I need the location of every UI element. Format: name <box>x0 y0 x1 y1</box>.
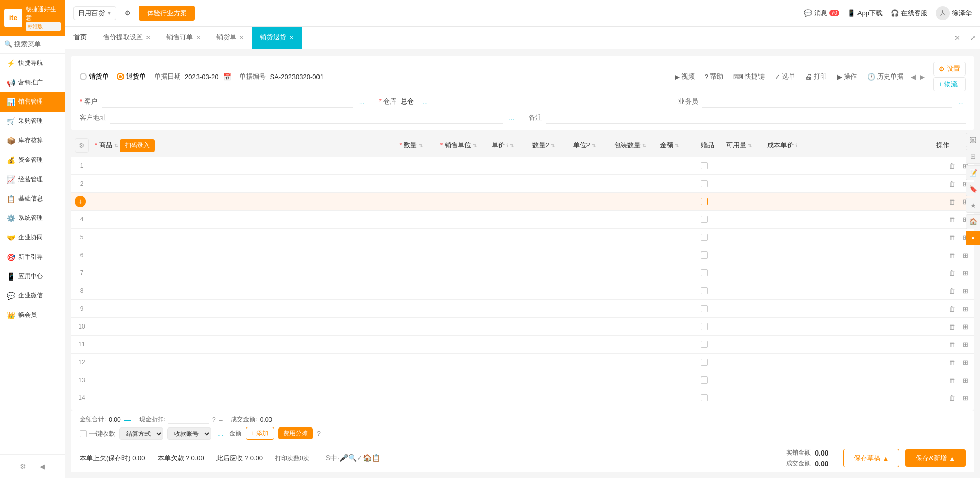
sales-unit-cell[interactable] <box>437 157 488 175</box>
gift-checkbox[interactable] <box>701 269 708 276</box>
amount-cell[interactable] <box>657 175 698 193</box>
unit-price-cell[interactable] <box>488 193 529 211</box>
delete-row-btn[interactable]: 🗑 <box>946 285 958 296</box>
add-row-btn[interactable]: + <box>75 196 86 207</box>
header-gear-btn[interactable]: ⚙ <box>120 6 135 20</box>
quick-star-btn[interactable]: ★ <box>966 198 980 213</box>
app-download-item[interactable]: 📱 App下载 <box>847 9 883 18</box>
sidebar-item-purchase[interactable]: 🛒 采购管理 <box>0 112 65 131</box>
available-sort-icon[interactable]: ⇅ <box>748 143 752 148</box>
help-btn[interactable]: ? 帮助 <box>702 70 726 83</box>
delete-row-btn[interactable]: 🗑 <box>946 267 958 279</box>
sidebar-item-enterprise[interactable]: 🤝 企业协同 <box>0 228 65 247</box>
shortcut-btn[interactable]: ⌨ 快捷键 <box>730 70 768 83</box>
warehouse-dots-btn[interactable]: ... <box>420 97 430 107</box>
gift-checkbox[interactable] <box>701 180 708 187</box>
quantity2-sort-icon[interactable]: ⇅ <box>551 143 555 148</box>
tab-sales-return-close[interactable]: ✕ <box>289 35 293 40</box>
add-payment-btn[interactable]: + 添加 <box>246 427 274 440</box>
online-service-item[interactable]: 🎧 在线客服 <box>891 9 927 18</box>
quantity2-cell[interactable] <box>529 175 570 193</box>
unit2-cell[interactable] <box>570 193 611 211</box>
package-qty-cell[interactable] <box>611 157 657 175</box>
copy-row-btn[interactable]: ⊞ <box>960 303 971 314</box>
product-input[interactable] <box>95 198 394 206</box>
tab-sales-return[interactable]: 销货退货 ✕ <box>252 27 302 49</box>
print-btn[interactable]: 🖨 打印 <box>802 70 830 83</box>
sidebar-item-inventory[interactable]: 📦 库存核算 <box>0 131 65 150</box>
copy-row-btn[interactable]: ⊞ <box>960 392 971 404</box>
quick-house-btn[interactable]: 🏠 <box>966 214 980 229</box>
sidebar-item-operations[interactable]: 📈 经营管理 <box>0 170 65 189</box>
nav-category-select[interactable]: 日用百货 ▼ <box>74 6 116 20</box>
table-settings-btn[interactable]: ⚙ <box>75 138 89 153</box>
delete-row-btn[interactable]: 🗑 <box>946 321 958 332</box>
tab-sales-order-close[interactable]: ✕ <box>196 35 200 40</box>
receivable-icon[interactable]: ? <box>244 454 248 462</box>
product-cell[interactable] <box>92 157 397 175</box>
amount-sort-icon[interactable]: ⇅ <box>675 143 679 148</box>
address-input[interactable] <box>110 112 503 124</box>
quick-table-btn[interactable]: ⊞ <box>966 149 980 164</box>
cost-unit-cell[interactable] <box>764 193 933 211</box>
tab-sales-delivery-close[interactable]: ✕ <box>239 35 243 40</box>
gift-checkbox[interactable] <box>701 323 708 330</box>
gift-checkbox[interactable] <box>701 162 708 169</box>
calendar-icon[interactable]: 📅 <box>223 73 231 81</box>
amount-cell[interactable] <box>657 193 698 211</box>
delete-row-btn[interactable]: 🗑 <box>946 196 958 207</box>
remarks-input[interactable] <box>546 112 966 124</box>
sidebar-item-apps[interactable]: 📱 应用中心 <box>0 267 65 286</box>
package-qty-sort-icon[interactable]: ⇅ <box>642 143 646 148</box>
tab-home[interactable]: 首页 <box>65 27 95 49</box>
gift-checkbox[interactable] <box>701 305 708 312</box>
sidebar-item-system[interactable]: ⚙️ 系统管理 <box>0 209 65 228</box>
delete-row-btn[interactable]: 🗑 <box>946 214 958 225</box>
copy-row-btn[interactable]: ⊞ <box>960 249 971 261</box>
gift-checkbox[interactable] <box>701 287 708 294</box>
quick-active-panel-btn[interactable]: ▪ <box>966 231 980 245</box>
sidebar-item-member[interactable]: 👑 畅会员 <box>0 306 65 325</box>
quantity-cell[interactable] <box>397 193 437 211</box>
one-click-collect-checkbox[interactable]: 一键收款 <box>80 429 115 438</box>
quick-bookmark-btn[interactable]: 🔖 <box>966 182 980 196</box>
customer-input[interactable] <box>102 95 353 108</box>
settings-btn[interactable]: ⚙ 设置 <box>933 62 966 76</box>
history-btn[interactable]: 🕐 历史单据 <box>864 70 906 83</box>
tab-close-all[interactable]: ✕ <box>948 34 966 42</box>
package-qty-cell[interactable] <box>611 175 657 193</box>
unit-price-sort-icon[interactable]: ⇅ <box>510 143 514 148</box>
settlement-select[interactable]: 结算方式 <box>119 427 163 440</box>
delete-row-btn[interactable]: 🗑 <box>946 303 958 314</box>
package-qty-cell[interactable] <box>611 193 657 211</box>
fee-question-icon[interactable]: ? <box>317 430 321 437</box>
sidebar-item-marketing[interactable]: 📢 营销推广 <box>0 73 65 92</box>
radio-return[interactable]: 退货单 <box>117 72 146 81</box>
radio-sales[interactable]: 销货单 <box>80 72 109 81</box>
experience-button[interactable]: 体验行业方案 <box>139 6 195 21</box>
discount-input[interactable] <box>168 416 209 424</box>
unit2-sort-icon[interactable]: ⇅ <box>592 143 596 148</box>
quantity-cell[interactable] <box>397 175 437 193</box>
sidebar-item-wechat[interactable]: 💬 企业微信 <box>0 286 65 306</box>
collect-checkbox[interactable] <box>80 430 87 437</box>
notification-item[interactable]: 💬 消息 70 <box>804 9 839 18</box>
prev-record-btn[interactable]: ◀ <box>911 73 916 81</box>
tab-price-settings[interactable]: 售价提取设置 ✕ <box>95 27 158 49</box>
available-cell[interactable] <box>723 157 764 175</box>
delete-row-btn[interactable]: 🗑 <box>946 160 958 171</box>
available-cell[interactable] <box>723 193 764 211</box>
unit-price-cell[interactable] <box>488 175 529 193</box>
operate-btn[interactable]: ▶ 操作 <box>834 70 860 83</box>
account-dots-btn[interactable]: ... <box>215 429 225 438</box>
copy-row-btn[interactable]: ⊞ <box>960 374 971 386</box>
tab-maximize[interactable]: ⤢ <box>966 34 980 42</box>
gift-checkbox[interactable] <box>701 359 708 366</box>
debt-icon[interactable]: ? <box>186 454 189 462</box>
quantity-sort-icon[interactable]: ⇅ <box>419 143 423 148</box>
staff-dots-btn[interactable]: ... <box>956 97 966 107</box>
sidebar-search[interactable]: 🔍 搜索菜单 <box>0 36 65 54</box>
gift-checkbox[interactable] <box>701 376 708 384</box>
save-draft-button[interactable]: 保存草稿 ▲ <box>843 449 900 467</box>
tab-sales-order[interactable]: 销售订单 ✕ <box>158 27 208 49</box>
